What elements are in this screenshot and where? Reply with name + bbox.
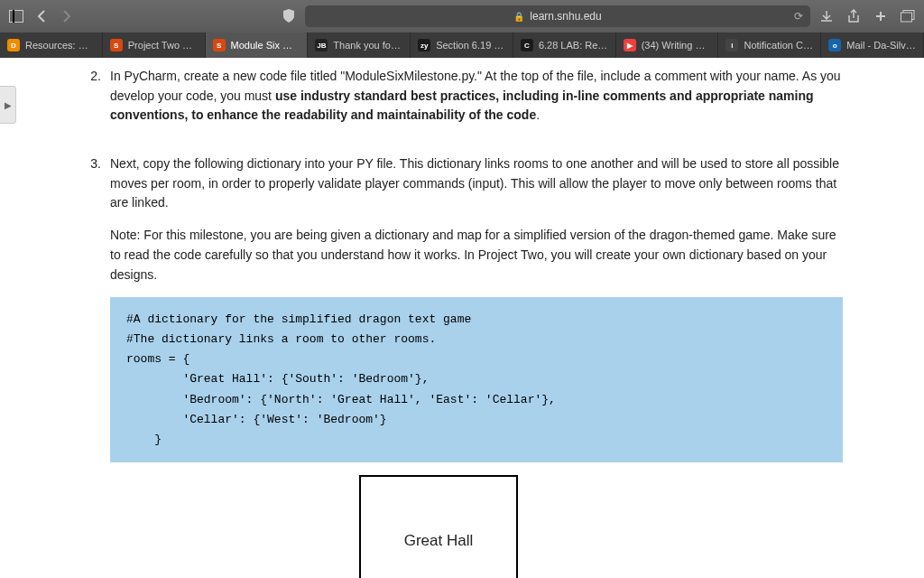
browser-tab[interactable]: oMail - Da-Silva,...	[821, 33, 924, 58]
instruction-text: Next, copy the following dictionary into…	[110, 154, 843, 213]
tab-label: Module Six Mile...	[231, 40, 300, 51]
url-bar[interactable]: 🔒 learn.snhu.edu ⟳	[305, 5, 810, 27]
tab-label: Notification Ce...	[744, 40, 813, 51]
browser-tab[interactable]: DResources: Dat...	[0, 33, 103, 58]
tab-label: Project Two Gui...	[128, 40, 198, 51]
favicon: JB	[315, 39, 328, 51]
browser-tab[interactable]: ▶(34) Writing a T...	[616, 33, 719, 58]
new-tab-icon[interactable]	[872, 7, 890, 25]
code-block: #A dictionary for the simplified dragon …	[110, 297, 843, 462]
forward-icon[interactable]	[58, 7, 76, 25]
browser-tab[interactable]: SProject Two Gui...	[103, 33, 206, 58]
tab-label: 6.28 LAB: Repla...	[539, 40, 608, 51]
lock-icon: 🔒	[513, 12, 524, 22]
tab-label: Resources: Dat...	[25, 40, 95, 51]
favicon: zy	[418, 39, 430, 51]
tab-label: Thank you for d...	[333, 40, 402, 51]
page-content: 2. In PyCharm, create a new code file ti…	[0, 58, 924, 578]
favicon: D	[7, 39, 20, 51]
tab-strip: DResources: Dat...SProject Two Gui...SMo…	[0, 33, 924, 58]
svg-rect-0	[10, 11, 23, 23]
browser-toolbar: 🔒 learn.snhu.edu ⟳	[0, 0, 924, 33]
room-diagram: Great Hall North South East	[110, 475, 843, 578]
room-box-great-hall: Great Hall	[359, 475, 518, 578]
instruction-text: In PyCharm, create a new code file title…	[110, 67, 843, 126]
list-number: 2.	[81, 67, 101, 138]
instruction-note: Note: For this milestone, you are being …	[110, 226, 843, 284]
favicon: C	[521, 39, 533, 51]
instruction-item-3: 3. Next, copy the following dictionary i…	[81, 154, 843, 578]
reload-icon[interactable]: ⟳	[794, 10, 803, 23]
browser-tab[interactable]: JBThank you for d...	[308, 33, 411, 58]
browser-tab[interactable]: iNotification Ce...	[718, 33, 821, 58]
svg-rect-3	[901, 13, 912, 22]
instruction-item-2: 2. In PyCharm, create a new code file ti…	[81, 67, 843, 138]
favicon: o	[828, 39, 841, 51]
tabs-icon[interactable]	[899, 7, 917, 25]
shield-icon[interactable]	[280, 7, 298, 25]
share-icon[interactable]	[845, 7, 863, 25]
side-panel-handle[interactable]: ▶	[0, 86, 16, 124]
list-number: 3.	[81, 154, 101, 578]
tab-label: (34) Writing a T...	[642, 40, 711, 51]
favicon: S	[110, 39, 123, 51]
favicon: ▶	[624, 39, 636, 51]
favicon: S	[213, 39, 226, 51]
download-icon[interactable]	[818, 7, 836, 25]
browser-tab[interactable]: SModule Six Mile...	[206, 33, 309, 58]
tab-label: Section 6.19 - I...	[436, 40, 505, 51]
url-text: learn.snhu.edu	[530, 10, 601, 23]
back-icon[interactable]	[32, 7, 51, 25]
browser-tab[interactable]: C6.28 LAB: Repla...	[513, 33, 616, 58]
browser-tab[interactable]: zySection 6.19 - I...	[411, 33, 513, 58]
tab-label: Mail - Da-Silva,...	[846, 40, 916, 51]
favicon: i	[725, 39, 738, 51]
sidebar-icon[interactable]	[7, 7, 25, 25]
